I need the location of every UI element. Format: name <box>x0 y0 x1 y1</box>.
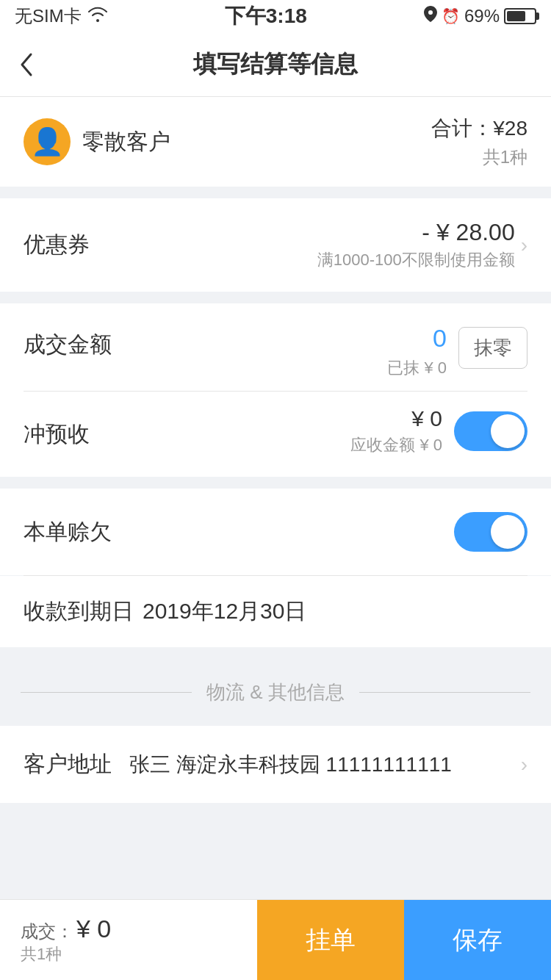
prepay-sub: 应收金额 ¥ 0 <box>350 434 442 456</box>
battery-fill <box>507 11 525 21</box>
page-title: 填写结算等信息 <box>193 48 358 81</box>
coupon-label: 优惠券 <box>24 230 90 260</box>
prepay-amount: ¥ 0 <box>350 406 442 431</box>
coupon-amount: - ¥ 28.00 <box>317 219 515 246</box>
coupon-right: - ¥ 28.00 满1000-100不限制使用金额 › <box>317 219 527 271</box>
customer-avatar: 👤 <box>24 118 71 165</box>
nav-bar: 填写结算等信息 <box>0 32 551 97</box>
debit-row: 本单赊欠 <box>0 489 551 575</box>
coupon-row[interactable]: 优惠券 - ¥ 28.00 满1000-100不限制使用金额 › <box>0 198 551 292</box>
customer-summary: 合计：¥28 共1种 <box>431 115 527 169</box>
prepay-toggle[interactable] <box>454 411 527 451</box>
carrier-label: 无SIM卡 <box>15 4 82 28</box>
debit-toggle[interactable] <box>454 512 527 552</box>
due-date-row[interactable]: 收款到期日 2019年12月30日 <box>0 576 551 647</box>
address-value: 张三 海淀永丰科技园 11111111111 <box>129 751 521 779</box>
customer-row: 👤 零散客户 合计：¥28 共1种 <box>0 97 551 187</box>
coupon-info: - ¥ 28.00 满1000-100不限制使用金额 <box>317 219 515 271</box>
save-button[interactable]: 保存 <box>404 900 551 981</box>
status-bar-left: 无SIM卡 <box>15 4 108 28</box>
divider-2 <box>0 292 551 303</box>
divider-3 <box>0 477 551 489</box>
status-bar: 无SIM卡 下午3:18 ⏰ 69% <box>0 0 551 32</box>
due-date-value: 2019年12月30日 <box>143 597 306 627</box>
battery-icon <box>504 8 536 24</box>
deal-amount: ¥ 0 <box>76 915 111 943</box>
logistics-section-header: 物流 & 其他信息 <box>0 659 551 726</box>
address-chevron-icon: › <box>521 753 527 777</box>
debit-label: 本单赊欠 <box>24 517 112 547</box>
battery-percent: 69% <box>464 6 500 26</box>
coupon-chevron-icon: › <box>521 234 527 257</box>
hang-button[interactable]: 挂单 <box>257 900 404 981</box>
deal-count: 共1种 <box>21 943 237 965</box>
bottom-deal-info: 成交： ¥ 0 共1种 <box>0 915 257 965</box>
prepay-amount-wrap: ¥ 0 应收金额 ¥ 0 <box>350 406 442 456</box>
due-date-label: 收款到期日 <box>24 597 134 627</box>
coupon-desc: 满1000-100不限制使用金额 <box>317 249 515 271</box>
logistics-line-right <box>359 692 530 693</box>
logistics-line-left <box>21 692 192 693</box>
round-button[interactable]: 抹零 <box>458 327 527 369</box>
total-amount: 合计：¥28 <box>431 115 527 143</box>
transaction-value[interactable]: 0 <box>387 324 447 353</box>
alarm-icon: ⏰ <box>442 7 460 25</box>
total-count: 共1种 <box>431 145 527 169</box>
prepay-label: 冲预收 <box>24 414 90 450</box>
divider-4 <box>0 647 551 659</box>
bottom-bar: 成交： ¥ 0 共1种 挂单 保存 <box>0 899 551 980</box>
back-button[interactable] <box>18 51 35 78</box>
content: 👤 零散客户 合计：¥28 共1种 优惠券 - ¥ 28.00 满1000-10… <box>0 97 551 980</box>
toggle-knob <box>491 414 525 448</box>
customer-name: 零散客户 <box>82 127 170 157</box>
customer-left: 👤 零散客户 <box>24 118 170 165</box>
location-icon <box>424 6 437 26</box>
transaction-right: 0 已抹 ¥ 0 抹零 <box>387 324 527 379</box>
divider-1 <box>0 187 551 198</box>
transaction-row: 成交金额 0 已抹 ¥ 0 抹零 <box>0 303 551 391</box>
address-label: 客户地址 <box>24 749 112 779</box>
address-row[interactable]: 客户地址 张三 海淀永丰科技园 11111111111 › <box>0 726 551 803</box>
amount-wrapper: 0 已抹 ¥ 0 <box>387 324 447 379</box>
wifi-icon <box>87 6 108 26</box>
form-section: 成交金额 0 已抹 ¥ 0 抹零 冲预收 ¥ 0 应收金额 ¥ 0 <box>0 303 551 477</box>
transaction-label: 成交金额 <box>24 324 112 360</box>
time-label: 下午3:18 <box>225 2 307 30</box>
transaction-sub: 已抹 ¥ 0 <box>387 357 447 379</box>
logistics-label: 物流 & 其他信息 <box>192 680 359 705</box>
status-bar-right: ⏰ 69% <box>424 6 536 26</box>
debit-toggle-knob <box>491 515 525 549</box>
deal-label: 成交： <box>21 920 73 943</box>
prepay-row: 冲预收 ¥ 0 应收金额 ¥ 0 <box>0 392 551 477</box>
prepay-right: ¥ 0 应收金额 ¥ 0 <box>350 406 527 456</box>
